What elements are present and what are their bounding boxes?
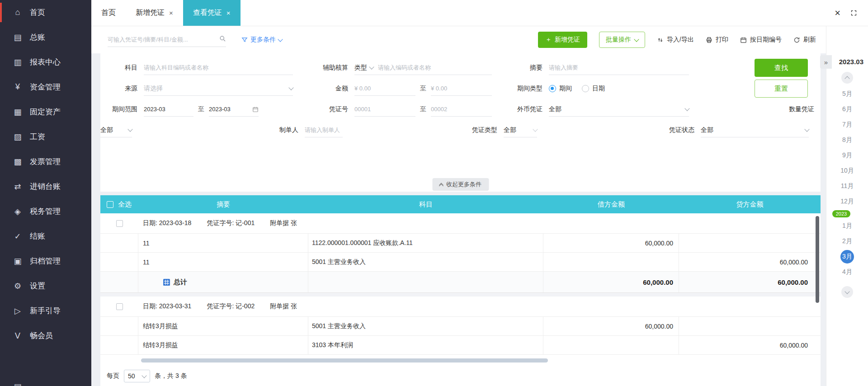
quantity-voucher-select[interactable]: 全部 <box>100 123 132 137</box>
cell-summary: 11 <box>138 234 308 252</box>
search-icon[interactable] <box>219 35 226 44</box>
sidebar-item-label: 发票管理 <box>30 156 61 167</box>
maker-input[interactable] <box>305 127 343 133</box>
tab-home[interactable]: 首页 <box>91 0 126 26</box>
refresh-button[interactable]: 刷新 <box>793 36 816 44</box>
voucher-type-label: 凭证类型 <box>354 126 504 134</box>
sidebar-item-closing[interactable]: ✓ 结账 <box>0 224 91 249</box>
batch-operations-button[interactable]: 批量操作 <box>599 32 645 48</box>
foreign-currency-select[interactable]: 全部 <box>549 102 689 117</box>
more-filters-toggle[interactable]: 更多条件 <box>241 36 282 44</box>
collapse-filters-button[interactable]: 收起更多条件 <box>432 178 489 191</box>
summary-input[interactable] <box>549 64 689 71</box>
table-header-row: 全选 摘要 科目 借方金额 贷方金额 <box>100 195 821 213</box>
sidebar-item-payroll[interactable]: ▨ 工资 <box>0 124 91 149</box>
group-date: 日期: 2023-03-18 <box>143 219 191 227</box>
vertical-scrollbar[interactable] <box>816 216 819 303</box>
table-row[interactable]: 11 1122.000001.000001 应收账款.A.11 60,000.0… <box>100 234 821 253</box>
add-voucher-button[interactable]: ＋ 新增凭证 <box>538 32 587 48</box>
maker-field[interactable] <box>305 123 343 137</box>
amount-to-input[interactable] <box>431 85 492 92</box>
period-to-input[interactable] <box>209 106 250 113</box>
rail-scroll-down-button[interactable] <box>841 286 853 298</box>
rail-month-may[interactable]: 5月 <box>826 86 868 102</box>
fullscreen-icon[interactable] <box>850 9 857 16</box>
to-label: 至 <box>420 85 426 93</box>
sidebar-item-purchase-sales-ledger[interactable]: ⇄ 进销台账 <box>0 174 91 199</box>
tab-view-voucher[interactable]: 查看凭证 × <box>183 0 241 26</box>
summary-field[interactable] <box>549 61 689 75</box>
rail-month-jun[interactable]: 6月 <box>826 102 868 117</box>
rail-month-sep[interactable]: 9月 <box>826 148 868 163</box>
close-tab-icon[interactable]: × <box>226 9 231 17</box>
rail-month-aug[interactable]: 8月 <box>826 132 868 148</box>
sidebar-item-general-ledger[interactable]: ▤ 总账 <box>0 25 91 50</box>
rail-month-dec[interactable]: 12月 <box>826 194 868 209</box>
row-checkbox[interactable] <box>116 303 123 310</box>
table-row[interactable]: 11 5001 主营业务收入 60,000.00 <box>100 253 821 272</box>
subject-input[interactable] <box>144 64 293 71</box>
voucher-no-from-input[interactable] <box>354 106 415 113</box>
row-checkbox[interactable] <box>116 220 123 227</box>
aux-type-select[interactable]: 类型 <box>354 64 373 72</box>
close-tab-icon[interactable]: × <box>169 9 173 17</box>
tab-new-voucher[interactable]: 新增凭证 × <box>126 0 183 26</box>
source-select[interactable]: 请选择 <box>144 81 293 96</box>
rail-month-jul[interactable]: 7月 <box>826 117 868 132</box>
amount-from-input[interactable] <box>354 85 415 92</box>
select-all-checkbox[interactable] <box>107 201 113 208</box>
sidebar-item-member[interactable]: Ⅴ 畅会员 <box>0 323 91 348</box>
rail-month-mar-active[interactable]: 3月 <box>826 249 868 264</box>
reset-button[interactable]: 重置 <box>755 80 808 98</box>
cell-account: 1122.000001.000001 应收账款.A.11 <box>308 234 543 252</box>
import-export-button[interactable]: 导入/导出 <box>657 36 694 44</box>
aux-accounting-field[interactable]: 类型 <box>354 61 492 75</box>
rail-scroll-up-button[interactable] <box>841 72 853 84</box>
date-radio[interactable] <box>582 85 589 92</box>
subject-field[interactable] <box>144 61 293 75</box>
period-radio[interactable] <box>549 85 556 92</box>
voucher-search-field[interactable] <box>108 33 226 47</box>
sidebar-item-label: 进销台账 <box>30 181 61 192</box>
sidebar-item-archive[interactable]: ▣ 归档管理 <box>0 249 91 273</box>
sidebar-item-tax-management[interactable]: ◈ 税务管理 <box>0 199 91 224</box>
rail-month-apr[interactable]: 4月 <box>826 264 868 280</box>
voucher-group-header: 日期: 2023-03-31 凭证字号: 记-002 附单据 张 <box>100 297 821 317</box>
horizontal-scrollbar[interactable] <box>141 358 548 362</box>
member-icon: Ⅴ <box>13 331 23 341</box>
per-page-select[interactable]: 50 <box>124 370 150 382</box>
sidebar-item-guide[interactable]: ▷ 新手引导 <box>0 298 91 323</box>
sidebar-item-home[interactable]: ⌂ 首页 <box>0 0 91 25</box>
sidebar-item-clipped[interactable]: ▤ <box>0 374 91 386</box>
sidebar-item-fund-management[interactable]: ¥ 资金管理 <box>0 75 91 99</box>
sidebar-item-label: 结账 <box>30 231 45 241</box>
sidebar-item-settings[interactable]: ⚙ 设置 <box>0 273 91 298</box>
current-period-label: 2023.03 <box>839 58 868 66</box>
voucher-status-select[interactable]: 全部 <box>701 123 809 137</box>
period-from-input[interactable] <box>144 106 193 113</box>
sidebar-item-fixed-assets[interactable]: ▦ 固定资产 <box>0 99 91 124</box>
group-date: 日期: 2023-03-31 <box>143 302 191 311</box>
voucher-no-to-input[interactable] <box>431 106 492 113</box>
cell-account: 5001 主营业务收入 <box>308 253 543 271</box>
rail-month-nov[interactable]: 11月 <box>826 179 868 194</box>
sidebar-item-report-center[interactable]: ▥ 报表中心 <box>0 50 91 75</box>
voucher-type-select[interactable]: 全部 <box>504 123 537 137</box>
table-row[interactable]: 结转3月损益 3103 本年利润 60,000.00 <box>100 336 821 355</box>
chevron-down-icon <box>142 373 146 378</box>
cell-debit <box>543 336 679 354</box>
rail-collapse-button[interactable]: » <box>820 55 832 69</box>
rail-month-feb[interactable]: 2月 <box>826 234 868 249</box>
number-by-date-button[interactable]: 按日期编号 <box>740 36 782 44</box>
table-row[interactable]: 结转3月损益 5001 主营业务收入 60,000.00 <box>100 317 821 336</box>
print-button[interactable]: 打印 <box>706 36 728 44</box>
calendar-icon[interactable] <box>252 106 259 113</box>
window-close-icon[interactable]: × <box>835 8 840 18</box>
search-input[interactable] <box>108 36 217 43</box>
voucher-no-range-field: 至 <box>354 102 492 117</box>
rail-month-jan[interactable]: 1月 <box>826 218 868 234</box>
sidebar-item-invoice-management[interactable]: ▩ 发票管理 <box>0 149 91 174</box>
search-button[interactable]: 查找 <box>755 59 808 77</box>
aux-input[interactable] <box>378 64 492 71</box>
rail-month-oct[interactable]: 10月 <box>826 163 868 179</box>
